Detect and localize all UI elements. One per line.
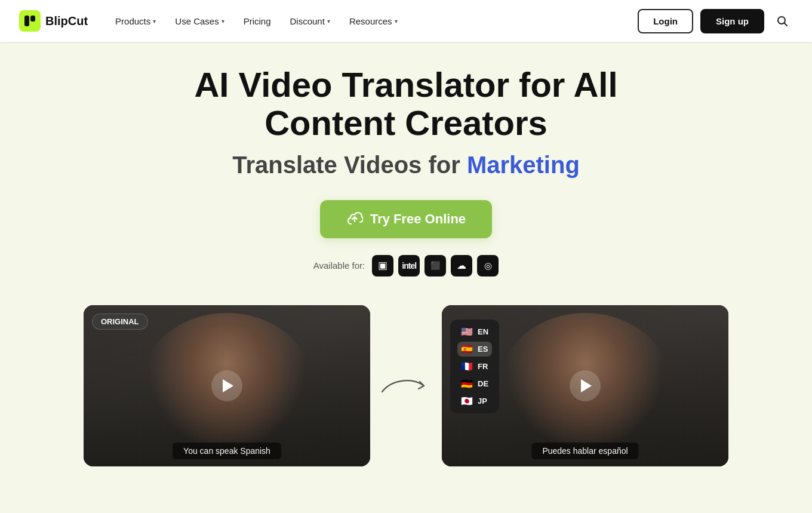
lang-code-de: DE — [478, 379, 488, 388]
hero-section: AI Video Translator for All Content Crea… — [0, 0, 812, 513]
nav-products[interactable]: Products ▾ — [107, 11, 164, 31]
search-icon — [776, 15, 788, 27]
platform-icon-4: ☁ — [451, 255, 472, 277]
chevron-down-icon: ▾ — [153, 18, 156, 24]
chevron-down-icon: ▾ — [327, 18, 330, 24]
chevron-down-icon: ▾ — [222, 18, 224, 24]
lang-en[interactable]: 🇺🇸 EN — [457, 324, 492, 339]
platform-icons: ▣ intel ⬛ ☁ ◎ — [372, 255, 499, 277]
flag-es: 🇪🇸 — [461, 343, 473, 355]
cta-button[interactable]: Try Free Online — [320, 200, 492, 238]
lang-code-fr: FR — [478, 362, 488, 371]
nav-right: Login Sign up — [638, 9, 793, 33]
platform-icon-3: ⬛ — [425, 255, 446, 277]
logo-icon — [19, 10, 41, 32]
subtitle-right: Puedes hablar español — [531, 443, 638, 459]
nav-links: Products ▾ Use Cases ▾ Pricing Discount … — [107, 11, 405, 31]
video-translated: 🇺🇸 EN 🇪🇸 ES 🇫🇷 FR 🇩🇪 DE 🇯🇵 J — [442, 305, 728, 466]
svg-rect-1 — [30, 16, 35, 21]
search-button[interactable] — [771, 10, 793, 32]
subtitle-left: You can speak Spanish — [173, 443, 281, 459]
svg-line-3 — [785, 23, 788, 26]
upload-cloud-icon — [346, 211, 363, 228]
nav-use-cases[interactable]: Use Cases ▾ — [167, 11, 232, 31]
logo[interactable]: BlipCut — [19, 10, 88, 32]
video-original: ORIGINAL You can speak Spanish — [84, 305, 370, 466]
lang-code-es: ES — [478, 345, 488, 354]
available-row: Available for: ▣ intel ⬛ ☁ ◎ — [313, 255, 499, 277]
nav-left: BlipCut Products ▾ Use Cases ▾ Pricing D… — [19, 10, 406, 32]
chevron-down-icon: ▾ — [395, 18, 398, 24]
play-button-left[interactable] — [211, 370, 242, 401]
platform-icon-1: ▣ — [372, 255, 393, 277]
nav-discount[interactable]: Discount ▾ — [282, 11, 339, 31]
svg-rect-0 — [24, 16, 29, 26]
flag-fr: 🇫🇷 — [461, 361, 473, 372]
play-button-right[interactable] — [570, 370, 601, 401]
subtitle-highlight: Marketing — [467, 152, 580, 178]
original-badge: ORIGINAL — [92, 314, 148, 330]
hero-subtitle: Translate Videos for Marketing — [232, 152, 580, 179]
lang-es[interactable]: 🇪🇸 ES — [457, 342, 492, 357]
nav-pricing[interactable]: Pricing — [235, 11, 279, 31]
flag-de: 🇩🇪 — [461, 378, 473, 389]
login-button[interactable]: Login — [638, 9, 693, 33]
signup-button[interactable]: Sign up — [700, 9, 764, 33]
flag-jp: 🇯🇵 — [461, 395, 473, 407]
logo-text: BlipCut — [45, 14, 88, 28]
navbar: BlipCut Products ▾ Use Cases ▾ Pricing D… — [0, 0, 812, 42]
lang-code-en: EN — [478, 327, 488, 336]
flag-en: 🇺🇸 — [461, 326, 473, 337]
arrow-svg — [379, 371, 433, 401]
language-selector[interactable]: 🇺🇸 EN 🇪🇸 ES 🇫🇷 FR 🇩🇪 DE 🇯🇵 J — [450, 320, 499, 413]
lang-fr[interactable]: 🇫🇷 FR — [457, 359, 492, 374]
platform-icon-2: intel — [398, 255, 420, 277]
lang-de[interactable]: 🇩🇪 DE — [457, 376, 492, 391]
video-section: ORIGINAL You can speak Spanish 🇺🇸 EN — [48, 305, 764, 466]
subtitle-normal: Translate Videos for — [232, 152, 467, 178]
platform-icon-5: ◎ — [477, 255, 499, 277]
lang-code-jp: JP — [478, 397, 487, 406]
lang-jp[interactable]: 🇯🇵 JP — [457, 394, 492, 408]
nav-resources[interactable]: Resources ▾ — [341, 11, 406, 31]
translation-arrow — [370, 371, 442, 401]
hero-title: AI Video Translator for All Content Crea… — [137, 66, 675, 142]
